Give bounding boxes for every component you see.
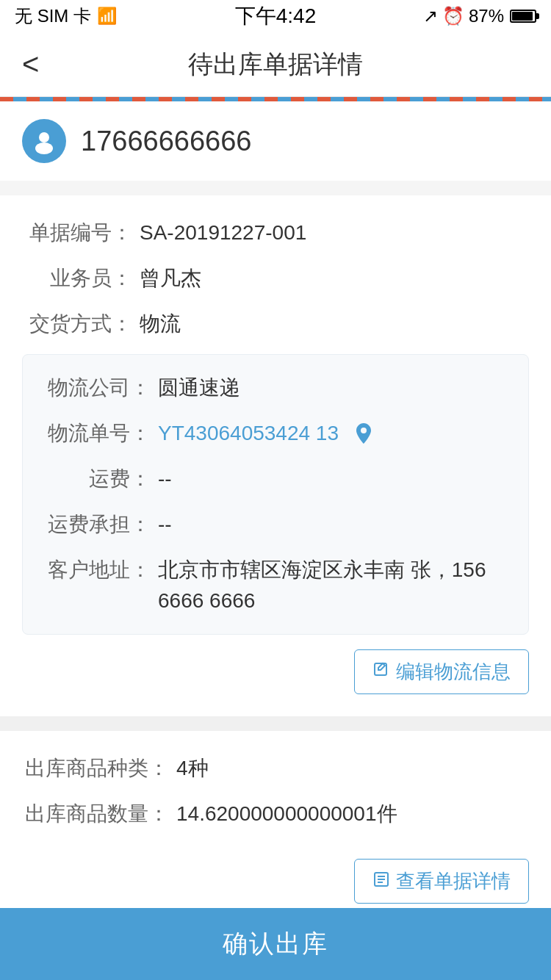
customer-phone: 17666666666 [81, 126, 251, 157]
goods-quantity-value: 14.620000000000001件 [176, 799, 529, 829]
salesman-value: 曾凡杰 [140, 263, 529, 294]
document-no-value: SA-20191227-001 [140, 217, 529, 248]
tracking-label: 物流单号： [40, 418, 151, 449]
view-detail-icon [372, 871, 390, 893]
freight-bearer-row: 运费承担： -- [40, 509, 511, 540]
address-row: 客户地址： 北京市市辖区海淀区永丰南 张，156 6666 6666 [40, 555, 511, 616]
edit-logistics-label: 编辑物流信息 [396, 659, 511, 685]
freight-label: 运费： [40, 464, 151, 494]
freight-row: 运费： -- [40, 464, 511, 494]
document-no-label: 单据编号： [22, 217, 132, 248]
freight-value: -- [158, 464, 511, 494]
battery-icon [510, 10, 536, 23]
nav-bar: < 待出库单据详情 [0, 32, 551, 97]
status-bar: 无 SIM 卡 📶 下午4:42 ↗ ⏰ 87% [0, 0, 551, 32]
alarm-icon: ⏰ [442, 6, 464, 26]
location-icon[interactable] [352, 422, 375, 445]
section-divider-1 [0, 716, 551, 731]
delivery-value: 物流 [140, 309, 529, 339]
goods-quantity-label: 出库商品数量： [22, 799, 169, 829]
tracking-value: YT43064053424 13 [158, 418, 511, 449]
document-no-row: 单据编号： SA-20191227-001 [22, 217, 529, 248]
goods-types-label: 出库商品种类： [22, 753, 169, 784]
status-time: 下午4:42 [235, 2, 317, 30]
location-status-icon: ↗ [423, 6, 438, 26]
delivery-label: 交货方式： [22, 309, 132, 339]
goods-types-value: 4种 [176, 753, 529, 784]
basic-info-section: 单据编号： SA-20191227-001 业务员： 曾凡杰 交货方式： 物流 … [0, 195, 551, 716]
page-title: 待出库单据详情 [188, 48, 363, 82]
salesman-label: 业务员： [22, 263, 132, 294]
customer-header: 17666666666 [0, 101, 551, 181]
goods-info-section: 出库商品种类： 4种 出库商品数量： 14.620000000000001件 查… [0, 731, 551, 918]
back-button[interactable]: < [22, 40, 46, 88]
logistics-company-row: 物流公司： 圆通速递 [40, 372, 511, 403]
logistics-company-label: 物流公司： [40, 372, 151, 403]
view-detail-button[interactable]: 查看单据详情 [354, 859, 529, 904]
tracking-row: 物流单号： YT43064053424 13 [40, 418, 511, 449]
edit-logistics-icon [372, 661, 390, 683]
address-value: 北京市市辖区海淀区永丰南 张，156 6666 6666 [158, 555, 511, 616]
avatar [22, 119, 66, 163]
salesman-row: 业务员： 曾凡杰 [22, 263, 529, 294]
wifi-icon: 📶 [97, 7, 117, 26]
logistics-box: 物流公司： 圆通速递 物流单号： YT43064053424 13 运费： --… [22, 354, 529, 635]
status-left: 无 SIM 卡 📶 [15, 4, 117, 28]
goods-types-row: 出库商品种类： 4种 [22, 753, 529, 784]
confirm-button[interactable]: 确认出库 [0, 908, 551, 980]
address-label: 客户地址： [40, 555, 151, 586]
logistics-company-value: 圆通速递 [158, 372, 511, 403]
view-detail-btn-row: 查看单据详情 [22, 844, 529, 904]
freight-bearer-label: 运费承担： [40, 509, 151, 540]
carrier-label: 无 SIM 卡 [15, 4, 91, 28]
status-right: ↗ ⏰ 87% [423, 6, 536, 26]
freight-bearer-value: -- [158, 509, 511, 540]
battery-percent: 87% [469, 6, 504, 26]
edit-logistics-button[interactable]: 编辑物流信息 [354, 649, 529, 694]
goods-quantity-row: 出库商品数量： 14.620000000000001件 [22, 799, 529, 829]
delivery-row: 交货方式： 物流 [22, 309, 529, 339]
edit-logistics-btn-row: 编辑物流信息 [22, 635, 529, 694]
view-detail-label: 查看单据详情 [396, 868, 511, 894]
svg-point-1 [35, 143, 53, 154]
svg-point-0 [39, 132, 49, 143]
confirm-button-label: 确认出库 [223, 927, 328, 961]
